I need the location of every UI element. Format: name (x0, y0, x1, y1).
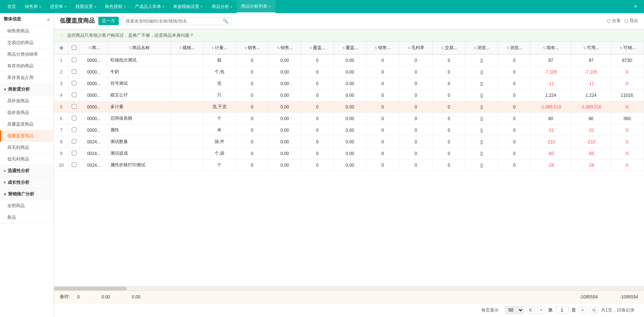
cell-name[interactable]: 牛奶 (108, 66, 170, 78)
row-checkbox[interactable] (72, 127, 76, 132)
th-unit[interactable]: ⇅计量... (203, 42, 236, 54)
cell-checkbox[interactable] (69, 159, 80, 171)
prev-page-button[interactable]: < (538, 306, 545, 314)
th-coverage2[interactable]: ⇅覆盖... (334, 42, 366, 54)
nav-analysis-close[interactable]: × (230, 4, 232, 9)
sidebar-item-high-value[interactable]: 高价值商品 (0, 95, 54, 107)
nav-warehouse[interactable]: 产成品入库单 × (130, 0, 169, 13)
select-all-checkbox[interactable] (72, 45, 76, 50)
cell-name[interactable]: 属性价格打印测试 (108, 159, 170, 171)
sidebar-group-coverage[interactable]: ∨ 类射度分析 (0, 84, 54, 95)
scrollbar-thumb[interactable] (54, 287, 127, 290)
th-browse2[interactable]: ⇅浏览... (498, 42, 531, 54)
cell-browse1[interactable]: 0 (465, 66, 498, 78)
first-page-button[interactable]: K (527, 306, 535, 314)
th-sales3[interactable]: ⇅销售... (366, 42, 399, 54)
cell-checkbox[interactable] (69, 124, 80, 136)
sidebar-item-low-coverage[interactable]: 低覆盖度商品 (0, 130, 54, 142)
cell-name[interactable]: 启用保质期 (108, 113, 170, 124)
th-current[interactable]: ⇅现有... (531, 42, 571, 54)
th-margin[interactable]: ⇅毛利率 (399, 42, 433, 54)
sidebar-item-stock-capital[interactable]: 库存资金占用 (0, 72, 54, 84)
cell-checkbox[interactable] (69, 136, 80, 148)
row-checkbox[interactable] (72, 92, 76, 97)
cell-name[interactable]: 测试数量 (108, 136, 170, 148)
th-trade[interactable]: ⇅交易... (433, 42, 466, 54)
th-spec[interactable]: ⇅规格... (170, 42, 203, 54)
row-checkbox[interactable] (72, 116, 76, 120)
cell-checkbox[interactable] (69, 90, 80, 101)
nav-analysis[interactable]: 商品分析 × (207, 0, 237, 13)
share-button[interactable]: ⬡ 分享 (607, 18, 621, 24)
cell-name[interactable]: 多计量 (108, 101, 170, 113)
cell-name[interactable]: 属性 (108, 124, 170, 136)
th-coverage1[interactable]: ⇅覆盖... (301, 42, 334, 54)
th-name[interactable]: ⇅商品名称 (108, 42, 170, 54)
nav-role[interactable]: 角色授权 × (101, 0, 130, 13)
sidebar-item-low-value[interactable]: 低价值商品 (0, 107, 54, 119)
sidebar-collapse-button[interactable]: « (47, 16, 50, 22)
page-number-input[interactable] (555, 306, 569, 314)
cell-browse1[interactable]: 0 (465, 124, 498, 136)
cell-checkbox[interactable] (69, 66, 80, 78)
nav-warehouse-close[interactable]: × (162, 4, 164, 9)
sidebar-item-sales-goods[interactable]: 销售类商品 (0, 25, 54, 37)
th-sellable[interactable]: ⇅可销... (611, 42, 644, 54)
nav-analysis-list[interactable]: 商品分析列表 × (237, 0, 275, 13)
row-checkbox[interactable] (72, 139, 76, 144)
sidebar-item-category-rate[interactable]: 商品分类动销率 (0, 49, 54, 60)
nav-template[interactable]: 单据模板设置 × (169, 0, 207, 13)
horizontal-scrollbar[interactable] (54, 286, 644, 290)
nav-template-close[interactable]: × (200, 4, 203, 9)
nav-purchase[interactable]: 进货单 × (46, 0, 71, 13)
page-size-select[interactable]: 50 100 200 (505, 306, 524, 314)
cell-checkbox[interactable] (69, 78, 80, 90)
sidebar-item-traded-goods[interactable]: 交易过的商品 (0, 37, 54, 49)
cell-browse1[interactable]: 0 (465, 90, 498, 101)
sidebar-item-high-coverage[interactable]: 高覆盖度商品 (0, 119, 54, 130)
period-button[interactable]: 近一月 (98, 17, 119, 25)
nav-permission-close[interactable]: × (94, 4, 96, 9)
cell-checkbox[interactable] (69, 113, 80, 124)
row-checkbox[interactable] (72, 104, 76, 109)
nav-permission[interactable]: 权限设置 × (71, 0, 101, 13)
cell-browse1[interactable]: 0 (465, 148, 498, 159)
th-checkbox[interactable] (69, 42, 80, 54)
window-close-button[interactable]: × (630, 0, 641, 13)
row-checkbox[interactable] (72, 69, 76, 74)
sidebar-item-low-margin[interactable]: 低毛利商品 (0, 154, 54, 165)
cell-browse1[interactable]: 0 (465, 159, 498, 171)
th-sales-qty[interactable]: ⇅销售... (236, 42, 268, 54)
cell-checkbox[interactable] (69, 54, 80, 66)
row-checkbox[interactable] (72, 58, 76, 62)
sidebar-item-all-goods[interactable]: 全部商品 (0, 200, 54, 212)
sidebar-item-new-goods[interactable]: 新品 (0, 212, 54, 223)
last-page-button[interactable]: >| (589, 306, 598, 314)
sidebar-group-flow[interactable]: > 流通性分析 (0, 165, 54, 177)
cell-name[interactable]: 旺辅批次测试 (108, 54, 170, 66)
sidebar-group-marketing[interactable]: ∨ 营销推广分析 (0, 189, 54, 200)
nav-role-close[interactable]: × (123, 4, 126, 9)
cell-browse1[interactable]: 0 (465, 78, 498, 90)
sidebar-group-growth[interactable]: > 成长性分析 (0, 177, 54, 189)
sidebar-item-stock-goods[interactable]: 有库存的商品 (0, 60, 54, 72)
th-code[interactable]: ⇅商... (80, 42, 108, 54)
export-button[interactable]: ⬡ 导出 (624, 18, 638, 24)
nav-sales[interactable]: 销售单 × (20, 0, 46, 13)
th-browse1[interactable]: ⇅浏览... (465, 42, 498, 54)
cell-name[interactable]: 符号测试 (108, 78, 170, 90)
next-page-button[interactable]: > (579, 306, 586, 314)
nav-purchase-close[interactable]: × (64, 4, 66, 9)
cell-name[interactable]: 眠宝公仔 (108, 90, 170, 101)
nav-sales-close[interactable]: × (39, 4, 41, 9)
th-settings[interactable]: ⚙ (54, 42, 69, 54)
cell-checkbox[interactable] (69, 148, 80, 159)
sidebar-overall-section[interactable]: 整体信息 « (0, 13, 54, 25)
nav-home[interactable]: 首页 (3, 0, 20, 13)
th-available[interactable]: ⇅可用... (571, 42, 611, 54)
cell-checkbox[interactable] (69, 101, 80, 113)
search-input[interactable] (126, 19, 221, 24)
cell-browse1[interactable]: 0 (465, 54, 498, 66)
th-sales-amt[interactable]: ⇅销售... (268, 42, 301, 54)
row-checkbox[interactable] (72, 81, 76, 86)
